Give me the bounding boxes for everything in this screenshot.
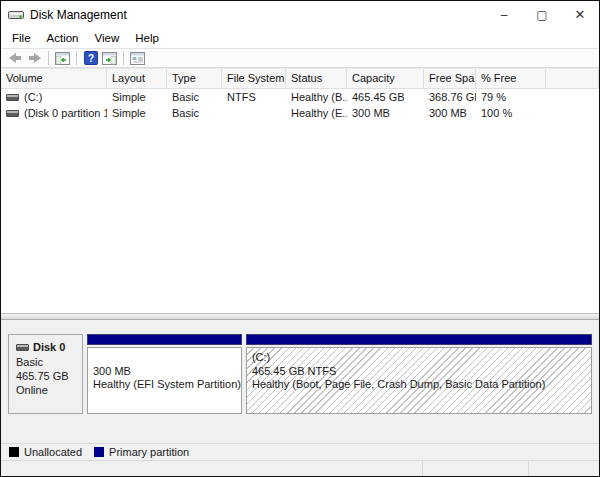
toolbar-separator bbox=[123, 51, 124, 65]
back-icon[interactable] bbox=[6, 50, 25, 67]
forward-icon[interactable] bbox=[25, 50, 44, 67]
status-section bbox=[423, 461, 529, 476]
action-pane-icon[interactable] bbox=[100, 50, 119, 67]
window-controls: – ▢ ✕ bbox=[485, 1, 599, 28]
partition-c-drive[interactable]: (C:) 465.45 GB NTFS Healthy (Boot, Page … bbox=[246, 334, 592, 414]
disk-status: Online bbox=[16, 383, 82, 397]
menu-view[interactable]: View bbox=[87, 30, 128, 46]
partition-efi-body: 300 MB Healthy (EFI System Partition) bbox=[87, 347, 242, 414]
partition-type-color-bar bbox=[87, 334, 242, 345]
disk-name: Disk 0 bbox=[33, 340, 65, 354]
partition-size: 465.45 GB NTFS bbox=[252, 365, 591, 379]
disk-graphical-pane: Disk 0 Basic 465.75 GB Online 300 MB Hea… bbox=[1, 320, 599, 443]
column-header-pct-free[interactable]: % Free bbox=[476, 69, 546, 88]
primary-partition-swatch bbox=[94, 447, 104, 457]
volume-layout: Simple bbox=[107, 105, 167, 121]
column-header-file-system[interactable]: File System bbox=[222, 69, 286, 88]
status-section bbox=[529, 461, 599, 476]
volume-pct-free: 100 % bbox=[476, 105, 546, 121]
toolbar-separator bbox=[76, 51, 77, 65]
volume-type: Basic bbox=[167, 89, 222, 105]
column-header-layout[interactable]: Layout bbox=[107, 69, 167, 88]
partition-status: Healthy (Boot, Page File, Crash Dump, Ba… bbox=[252, 378, 591, 392]
column-header-capacity[interactable]: Capacity bbox=[347, 69, 424, 88]
volume-layout: Simple bbox=[107, 89, 167, 105]
pane-splitter[interactable] bbox=[1, 313, 599, 320]
title-bar: Disk Management – ▢ ✕ bbox=[1, 1, 599, 28]
disk-management-app-icon bbox=[8, 9, 24, 21]
volume-status: Healthy (B... bbox=[286, 89, 347, 105]
disk-type: Basic bbox=[16, 355, 82, 369]
partition-efi-system[interactable]: 300 MB Healthy (EFI System Partition) bbox=[87, 334, 242, 414]
column-header-free-space[interactable]: Free Spa... bbox=[424, 69, 476, 88]
volume-list-empty-area bbox=[1, 121, 599, 313]
disk-size: 465.75 GB bbox=[16, 369, 82, 383]
disk-management-window: Disk Management – ▢ ✕ File Action View H… bbox=[0, 0, 600, 477]
disk-icon bbox=[16, 344, 29, 351]
partition-label: (C:) bbox=[252, 351, 591, 365]
volume-row-c[interactable]: (C:) Simple Basic NTFS Healthy (B... 465… bbox=[1, 89, 599, 105]
volume-name: (Disk 0 partition 1) bbox=[24, 107, 107, 119]
toolbar: ? bbox=[1, 48, 599, 68]
properties-icon[interactable] bbox=[128, 50, 147, 67]
volume-free-space: 300 MB bbox=[424, 105, 476, 121]
volume-name: (C:) bbox=[24, 91, 42, 103]
volume-icon bbox=[6, 94, 19, 101]
column-header-status[interactable]: Status bbox=[286, 69, 347, 88]
column-header-volume[interactable]: Volume bbox=[1, 69, 107, 88]
status-bar bbox=[1, 460, 599, 476]
volume-capacity: 465.45 GB bbox=[347, 89, 424, 105]
help-icon[interactable]: ? bbox=[81, 50, 100, 67]
disk-0-row: Disk 0 Basic 465.75 GB Online 300 MB Hea… bbox=[8, 334, 592, 414]
partition-type-color-bar bbox=[246, 334, 592, 345]
minimize-button[interactable]: – bbox=[485, 1, 523, 28]
volume-file-system: NTFS bbox=[222, 89, 286, 105]
maximize-button[interactable]: ▢ bbox=[523, 1, 561, 28]
partition-size: 300 MB bbox=[93, 365, 241, 379]
partition-label bbox=[93, 351, 241, 365]
volume-file-system bbox=[222, 105, 286, 121]
menu-help[interactable]: Help bbox=[127, 30, 167, 46]
unallocated-swatch bbox=[9, 447, 19, 457]
volume-capacity: 300 MB bbox=[347, 105, 424, 121]
menu-action[interactable]: Action bbox=[39, 30, 87, 46]
column-header-type[interactable]: Type bbox=[167, 69, 222, 88]
unallocated-label: Unallocated bbox=[24, 446, 82, 458]
partition-c-body: (C:) 465.45 GB NTFS Healthy (Boot, Page … bbox=[246, 347, 592, 414]
legend-bar: Unallocated Primary partition bbox=[1, 443, 599, 460]
volume-list: Volume Layout Type File System Status Ca… bbox=[1, 68, 599, 313]
toolbar-separator bbox=[48, 51, 49, 65]
column-header-filler bbox=[546, 69, 599, 88]
console-tree-icon[interactable] bbox=[53, 50, 72, 67]
disk-0-info-panel[interactable]: Disk 0 Basic 465.75 GB Online bbox=[8, 334, 83, 414]
partition-status: Healthy (EFI System Partition) bbox=[93, 378, 241, 392]
partitions-strip: 300 MB Healthy (EFI System Partition) (C… bbox=[87, 334, 592, 414]
volume-list-header: Volume Layout Type File System Status Ca… bbox=[1, 69, 599, 89]
window-title: Disk Management bbox=[30, 8, 127, 22]
menu-file[interactable]: File bbox=[4, 30, 39, 46]
volume-free-space: 368.76 GB bbox=[424, 89, 476, 105]
status-section bbox=[1, 461, 423, 476]
volume-row-disk0-partition1[interactable]: (Disk 0 partition 1) Simple Basic Health… bbox=[1, 105, 599, 121]
svg-text:?: ? bbox=[87, 53, 93, 64]
volume-type: Basic bbox=[167, 105, 222, 121]
volume-status: Healthy (E... bbox=[286, 105, 347, 121]
menu-bar: File Action View Help bbox=[1, 28, 599, 48]
primary-partition-label: Primary partition bbox=[109, 446, 189, 458]
volume-icon bbox=[6, 110, 19, 117]
volume-pct-free: 79 % bbox=[476, 89, 546, 105]
close-button[interactable]: ✕ bbox=[561, 1, 599, 28]
